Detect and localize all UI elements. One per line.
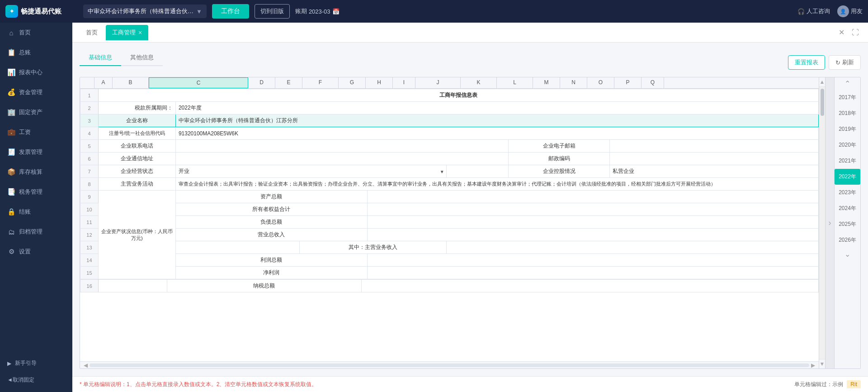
user-menu[interactable]: 👤 用友 [837,5,863,17]
year-item-2018[interactable]: 2018年 [835,105,860,121]
sidebar-item-capital-label: 资金管理 [19,88,42,96]
table-cell: 企业联系电话 [98,140,175,153]
sidebar-item-settings[interactable]: ⚙ 设置 [0,242,72,262]
year-item-2020[interactable]: 2020年 [835,137,860,153]
sidebar-item-ledger[interactable]: 📋 总账 [0,43,72,62]
table-row: 7 企业经营状态 开业 ▼ 企业控股情况 私营企业 [80,165,819,178]
table-cell[interactable] [175,153,508,165]
sub-tab-other[interactable]: 其他信息 [121,50,163,66]
sidebar-item-closing[interactable]: 🔒 结账 [0,202,72,222]
year-item-2019[interactable]: 2019年 [835,121,860,137]
sub-tab-basic[interactable]: 基础信息 [80,50,121,66]
sidebar-item-settings-label: 设置 [19,248,31,256]
year-collapse[interactable]: › [825,77,834,368]
table-cell[interactable] [610,153,819,165]
service-button[interactable]: 🎧 人工咨询 [797,7,830,15]
chevron-down-icon: ▼ [196,8,202,15]
table-cell-title[interactable]: 工商年报信息表 [98,89,818,102]
table-cell[interactable] [446,241,818,254]
col-header-Q: Q [642,77,664,88]
year-nav-up[interactable]: ⌃ [835,77,860,90]
refresh-label: 刷新 [842,58,854,67]
table-cell[interactable] [368,191,819,203]
table-area[interactable]: 1 工商年报信息表 2 税款所属期间： 2022年度 [80,89,819,361]
row-num: 3 [80,115,99,127]
inventory-icon: 📦 [7,168,15,176]
v-scroll-up-icon[interactable]: ▲ [819,77,825,87]
sidebar-item-tax[interactable]: 📑 税务管理 [0,182,72,202]
year-item-2022[interactable]: 2022年 [835,169,860,185]
table-cell[interactable] [368,254,819,267]
table-cell[interactable] [610,140,819,153]
sidebar-item-asset[interactable]: 🏢 固定资产 [0,102,72,122]
refresh-button[interactable]: ↻ 刷新 [829,55,861,70]
table-cell [99,280,167,292]
company-name: 中审众环会计师事务所（特殊普通合伙… [88,7,193,15]
table-cell[interactable] [368,267,819,279]
v-scroll-down-icon[interactable]: ▼ [819,359,825,368]
table-cell[interactable] [175,140,508,153]
table-cell [446,165,508,178]
h-scroll-right-icon[interactable]: ▶ [809,362,817,368]
sidebar-item-invoice[interactable]: 🧾 发票管理 [0,142,72,162]
row-num: 4 [80,127,99,140]
h-scroll-track[interactable] [90,363,809,367]
new-guide-item[interactable]: ▶ 新手引导 [0,355,72,372]
table-cell[interactable] [361,280,818,292]
reset-button[interactable]: 重置报表 [788,55,825,70]
company-selector[interactable]: 中审众环会计师事务所（特殊普通合伙… ▼ [83,5,207,18]
tab-bar-right: ✕ ⛶ [837,26,861,38]
year-item-2026[interactable]: 2026年 [835,232,860,248]
sidebar-item-inventory-label: 库存核算 [19,168,42,176]
tab-bar: 首页 工商管理 × ✕ ⛶ [72,23,868,43]
col-header-N: N [560,77,587,88]
row-num: 10 [80,203,99,216]
sidebar-item-capital[interactable]: 💰 资金管理 [0,82,72,102]
sidebar-item-report[interactable]: 📊 报表中心 [0,62,72,82]
unpin-item[interactable]: ◄取消固定 [0,372,72,388]
tab-active-gongshang[interactable]: 工商管理 × [106,25,148,40]
table-cell[interactable] [368,216,819,229]
year-item-2023[interactable]: 2023年 [835,185,860,201]
h-scroll-bar[interactable]: ◀ ▶ [80,361,819,368]
v-scroll-track[interactable] [819,87,825,359]
table-cell: 净利润 [175,267,367,279]
year-item-2025[interactable]: 2025年 [835,216,860,232]
col-header-L: L [497,77,533,88]
workbench-button[interactable]: 工作台 [212,4,249,19]
year-item-2017[interactable]: 2017年 [835,90,860,105]
tab-close-button[interactable]: × [138,29,142,36]
table-cell-status[interactable]: 开业 ▼ [175,165,446,178]
col-header-K: K [461,77,497,88]
tab-close-btn[interactable]: ✕ [837,26,846,38]
table-row: 13 其中：主营业务收入 [80,241,819,254]
h-scroll-left-icon[interactable]: ◀ [82,362,90,368]
home-icon: ⌂ [7,29,15,37]
old-version-button[interactable]: 切到旧版 [255,4,290,19]
table-cell: 注册号/统一社会信用代码 [98,127,175,140]
table-cell[interactable] [368,203,819,216]
sidebar-item-inventory[interactable]: 📦 库存核算 [0,162,72,182]
calendar-icon[interactable]: 📅 [332,8,340,15]
table-cell[interactable]: 91320100MA208E5W6K [175,127,818,140]
v-scroll[interactable]: ▲ ▼ [819,77,825,368]
tab-home[interactable]: 首页 [80,23,104,42]
tab-expand-btn[interactable]: ⛶ [850,27,861,38]
year-item-2024[interactable]: 2024年 [835,201,860,216]
table-cell-activity[interactable]: 审查企业会计报表；出具审计报告；验证企业资本；出具验资报告；办理企业合并、分立、… [175,178,818,191]
col-header-row: A B C D E F G H I J K L M N O [80,77,819,89]
year-nav-down[interactable]: ⌄ [835,248,860,260]
sidebar-item-archive[interactable]: 🗂 归档管理 [0,222,72,242]
sidebar-item-wage[interactable]: 💼 工资 [0,122,72,142]
table-cell: 企业资产状况信息(币种：人民币万元) [98,191,175,279]
ledger-icon: 📋 [7,48,15,57]
v-scroll-thumb[interactable] [821,89,824,116]
sidebar-item-home[interactable]: ⌂ 首页 [0,23,72,43]
footer: * 单元格编辑说明：1、点击单元格直接录入数值或文本。2、清空单元格数值或文本恢… [72,376,868,392]
year-item-2021[interactable]: 2021年 [835,153,860,169]
table-cell[interactable]: 2022年度 [175,102,818,115]
table-cell: 税款所属期间： [98,102,175,115]
table-cell[interactable]: 私营企业 [610,165,819,178]
table-cell-company[interactable]: 中审众环会计师事务所（特殊普通合伙）江苏分所 [175,115,818,127]
table-cell[interactable] [368,229,819,241]
